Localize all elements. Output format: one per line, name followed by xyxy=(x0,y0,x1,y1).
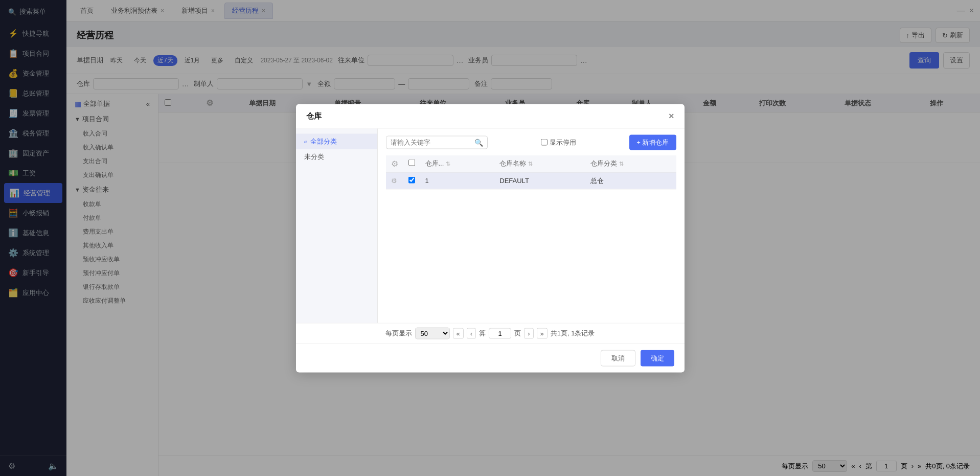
sort-category-icon[interactable]: ⇅ xyxy=(619,161,624,167)
modal-sidebar-all-category[interactable]: « 全部分类 xyxy=(296,133,377,149)
modal-cancel-button[interactable]: 取消 xyxy=(601,350,635,366)
modal-col-category-label: 仓库分类 xyxy=(590,160,617,167)
modal-sidebar-uncategorized[interactable]: 未分类 xyxy=(296,149,377,164)
modal-toolbar: 🔍 显示停用 + 新增仓库 xyxy=(386,134,676,150)
row-code-cell: DEFAULT xyxy=(494,172,585,189)
show-disabled-checkbox[interactable] xyxy=(541,139,548,146)
modal-content: 🔍 显示停用 + 新增仓库 ⚙ xyxy=(378,128,685,323)
sort-code-icon[interactable]: ⇅ xyxy=(446,161,450,167)
row-num-cell: 1 xyxy=(420,172,495,189)
modal-col-name-label: 仓库名称 xyxy=(499,160,526,167)
modal-per-page-select[interactable]: 50 100 xyxy=(415,327,450,339)
show-disabled-checkbox-label[interactable]: 显示停用 xyxy=(541,138,576,147)
modal-actions: 取消 确定 xyxy=(296,343,685,372)
modal-col-select xyxy=(403,155,420,172)
row-num: 1 xyxy=(425,177,429,185)
modal-col-code: 仓库... ⇅ xyxy=(420,155,495,172)
modal-confirm-button[interactable]: 确定 xyxy=(641,350,674,366)
modal-sidebar-toggle-icon: « xyxy=(304,138,307,144)
modal-search-input[interactable] xyxy=(391,139,472,146)
modal-table-container: ⚙ 仓库... ⇅ 仓库名称 ⇅ xyxy=(386,155,676,316)
add-warehouse-button[interactable]: + 新增仓库 xyxy=(629,134,676,150)
table-row[interactable]: ⚙ 1 DEFAULT 总仓 xyxy=(386,172,676,189)
modal-pagination-bar: 每页显示 50 100 « ‹ 算 页 › » 共1页, 1条记录 xyxy=(296,323,685,343)
warehouse-modal: 仓库 × « 全部分类 未分类 🔍 显示停用 xyxy=(296,104,685,372)
modal-sidebar-uncategorized-label: 未分类 xyxy=(304,152,324,161)
row-checkbox[interactable] xyxy=(408,176,415,183)
modal-select-all[interactable] xyxy=(408,160,415,166)
modal-table: ⚙ 仓库... ⇅ 仓库名称 ⇅ xyxy=(386,155,676,189)
modal-page-input[interactable] xyxy=(489,328,511,338)
show-disabled-label: 显示停用 xyxy=(550,138,576,147)
modal-page-last[interactable]: » xyxy=(537,328,548,338)
modal-col-name: 仓库名称 ⇅ xyxy=(494,155,585,172)
modal-sidebar-all-label: 全部分类 xyxy=(310,137,337,146)
modal-col-code-label: 仓库... xyxy=(425,160,444,167)
modal-per-page-label: 每页显示 xyxy=(385,329,412,338)
row-checkbox-cell xyxy=(403,172,420,189)
modal-close-button[interactable]: × xyxy=(669,111,674,121)
modal-header: 仓库 × xyxy=(296,104,685,128)
sort-name-icon[interactable]: ⇅ xyxy=(528,161,533,167)
modal-body: « 全部分类 未分类 🔍 显示停用 + 新增仓库 xyxy=(296,128,685,323)
modal-col-checkbox: ⚙ xyxy=(386,155,403,172)
row-name-cell: 总仓 xyxy=(585,172,676,189)
modal-title: 仓库 xyxy=(306,111,322,121)
modal-gear-icon[interactable]: ⚙ xyxy=(391,159,398,168)
row-gear-icon: ⚙ xyxy=(391,177,397,185)
row-gear-cell: ⚙ xyxy=(386,172,403,189)
modal-sidebar: « 全部分类 未分类 xyxy=(296,128,378,323)
modal-page-unit: 页 xyxy=(514,329,521,338)
row-name: 总仓 xyxy=(590,176,604,184)
modal-page-prev[interactable]: ‹ xyxy=(467,328,476,338)
modal-page-next[interactable]: › xyxy=(524,328,533,338)
row-code: DEFAULT xyxy=(499,177,529,185)
modal-search-box: 🔍 xyxy=(386,135,488,149)
modal-search-icon: 🔍 xyxy=(474,138,483,146)
modal-total-records: 共1页, 1条记录 xyxy=(551,329,595,338)
modal-page-label: 算 xyxy=(479,329,486,338)
modal-col-category: 仓库分类 ⇅ xyxy=(585,155,676,172)
modal-page-first[interactable]: « xyxy=(453,328,464,338)
